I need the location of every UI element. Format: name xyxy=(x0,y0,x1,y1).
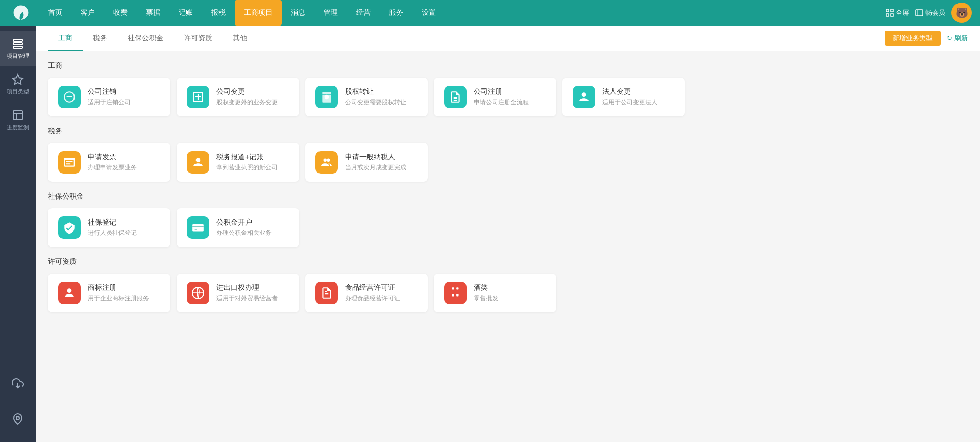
sidebar-item-location[interactable] xyxy=(0,401,36,437)
app-logo xyxy=(8,0,34,26)
card-company-register[interactable]: 公司注册 申请公司注册全流程 xyxy=(434,78,556,116)
svg-rect-4 xyxy=(916,10,923,16)
svg-rect-1 xyxy=(891,9,893,12)
card-icon-company-cancel xyxy=(58,86,81,108)
section-title-shebao: 社保公积金 xyxy=(48,192,968,201)
card-icon-food-license xyxy=(315,282,338,304)
sidebar-item-project-management[interactable]: 项目管理 xyxy=(0,31,36,66)
card-icon-company-register xyxy=(444,86,467,108)
svg-rect-18 xyxy=(192,224,204,231)
svg-rect-2 xyxy=(886,14,889,16)
card-legal-person-change[interactable]: 法人变更 适用于公司变更法人 xyxy=(562,78,685,116)
nav-item-消息[interactable]: 消息 xyxy=(282,0,314,26)
card-text-tax-report: 税务报道+记账 拿到营业执照的新公司 xyxy=(216,153,278,172)
card-import-export[interactable]: 进出口权办理 适用于对外贸易经营者 xyxy=(177,274,299,312)
nav-item-首页[interactable]: 首页 xyxy=(39,0,71,26)
cards-grid-gongshang: 公司注销 适用于注销公司 公司变更 股权变更外的业务变更 xyxy=(48,78,968,116)
tabs-bar: 工商 税务 社保公积金 许可资质 其他 新增业务类型 ↻ 刷新 xyxy=(36,26,980,51)
sidebar-item-progress-monitor[interactable]: 进度监测 xyxy=(0,102,36,138)
main-layout: 项目管理 项目类型 进度监测 工商 税务 xyxy=(0,26,980,442)
card-text-company-cancel: 公司注销 适用于注销公司 xyxy=(88,87,131,107)
nav-item-经营[interactable]: 经营 xyxy=(347,0,380,26)
nav-item-工商项目[interactable]: 工商项目 xyxy=(235,0,282,26)
card-text-company-change: 公司变更 股权变更外的业务变更 xyxy=(216,87,278,107)
nav-item-票据[interactable]: 票据 xyxy=(137,0,169,26)
svg-marker-9 xyxy=(13,75,23,84)
new-type-button[interactable]: 新增业务类型 xyxy=(885,31,941,46)
card-invoice-apply[interactable]: 申请发票 办理申请发票业务 xyxy=(48,143,170,182)
card-company-cancel[interactable]: 公司注销 适用于注销公司 xyxy=(48,78,170,116)
card-provident-fund[interactable]: 公积金开户 办理公积金相关业务 xyxy=(177,208,299,247)
card-icon-trademark xyxy=(58,282,81,304)
card-trademark[interactable]: 商标注册 用于企业商标注册服务 xyxy=(48,274,170,312)
tab-other[interactable]: 其他 xyxy=(223,26,257,51)
section-title-gongshang: 工商 xyxy=(48,61,968,70)
nav-item-服务[interactable]: 服务 xyxy=(380,0,412,26)
tab-xuke[interactable]: 许可资质 xyxy=(174,26,223,51)
card-alcohol[interactable]: 酒类 零售批发 xyxy=(434,274,556,312)
svg-rect-0 xyxy=(886,9,889,12)
card-tax-report[interactable]: 税务报道+记账 拿到营业执照的新公司 xyxy=(177,143,299,182)
sidebar-bottom xyxy=(0,365,36,442)
card-text-general-taxpayer: 申请一般纳税人 当月或次月成变更完成 xyxy=(345,153,406,172)
scroll-content[interactable]: 工商 公司注销 适用于注销公司 公司变更 xyxy=(36,51,980,442)
card-company-change[interactable]: 公司变更 股权变更外的业务变更 xyxy=(177,78,299,116)
nav-item-记账[interactable]: 记账 xyxy=(169,0,202,26)
svg-point-21 xyxy=(67,288,72,293)
nav-item-管理[interactable]: 管理 xyxy=(314,0,347,26)
card-text-provident-fund: 公积金开户 办理公积金相关业务 xyxy=(216,218,272,237)
refresh-icon: ↻ xyxy=(947,34,952,42)
svg-rect-6 xyxy=(13,39,22,41)
sidebar: 项目管理 项目类型 进度监测 xyxy=(0,26,36,442)
nav-item-设置[interactable]: 设置 xyxy=(412,0,445,26)
top-navigation: 首页客户收费票据记账报税工商项目消息管理经营服务设置 全屏 畅会员 🐻 xyxy=(0,0,980,26)
card-icon-invoice-apply xyxy=(58,151,81,174)
svg-point-16 xyxy=(324,158,327,162)
svg-rect-10 xyxy=(13,111,22,120)
card-text-invoice-apply: 申请发票 办理申请发票业务 xyxy=(88,153,137,172)
refresh-button[interactable]: ↻ 刷新 xyxy=(947,34,968,43)
card-text-legal-person-change: 法人变更 适用于公司变更法人 xyxy=(602,87,657,107)
card-text-import-export: 进出口权办理 适用于对外贸易经营者 xyxy=(216,283,278,303)
nav-menu: 首页客户收费票据记账报税工商项目消息管理经营服务设置 xyxy=(39,0,886,26)
svg-point-15 xyxy=(196,158,201,162)
card-general-taxpayer[interactable]: 申请一般纳税人 当月或次月成变更完成 xyxy=(305,143,428,182)
card-text-trademark: 商标注册 用于企业商标注册服务 xyxy=(88,283,149,303)
svg-rect-23 xyxy=(452,287,454,289)
svg-rect-8 xyxy=(13,46,22,48)
cards-grid-xuke: 商标注册 用于企业商标注册服务 进出口权办理 适用于对外贸易经营者 xyxy=(48,274,968,312)
card-icon-alcohol xyxy=(444,282,467,304)
card-icon-legal-person-change xyxy=(573,86,595,108)
svg-rect-7 xyxy=(13,43,22,45)
section-title-shuiwu: 税务 xyxy=(48,127,968,136)
card-food-license[interactable]: 食品经营许可证 办理食品经营许可证 xyxy=(305,274,428,312)
fullscreen-button[interactable]: 全屏 xyxy=(886,8,909,17)
card-icon-import-export xyxy=(187,282,209,304)
card-equity-transfer[interactable]: 股权转让 公司变更需要股权转让 xyxy=(305,78,428,116)
sidebar-item-project-type[interactable]: 项目类型 xyxy=(0,66,36,102)
card-text-alcohol: 酒类 零售批发 xyxy=(474,283,498,303)
cards-grid-shuiwu: 申请发票 办理申请发票业务 税务报道+记账 拿到营业执照的新公司 xyxy=(48,143,968,182)
mascot-avatar: 🐻 xyxy=(951,3,972,23)
tab-shebao[interactable]: 社保公积金 xyxy=(117,26,174,51)
tab-shuiwu[interactable]: 税务 xyxy=(83,26,117,51)
card-icon-general-taxpayer xyxy=(315,151,338,174)
svg-rect-20 xyxy=(195,229,197,230)
card-social-insurance[interactable]: 社保登记 进行人员社保登记 xyxy=(48,208,170,247)
nav-item-报税[interactable]: 报税 xyxy=(202,0,235,26)
tab-gongshang[interactable]: 工商 xyxy=(48,26,83,51)
svg-point-17 xyxy=(327,158,330,162)
card-text-social-insurance: 社保登记 进行人员社保登记 xyxy=(88,218,137,237)
nav-item-客户[interactable]: 客户 xyxy=(71,0,104,26)
svg-rect-3 xyxy=(891,14,893,16)
section-title-xuke: 许可资质 xyxy=(48,257,968,266)
svg-rect-24 xyxy=(456,287,458,289)
card-icon-company-change xyxy=(187,86,209,108)
card-icon-provident-fund xyxy=(187,216,209,239)
member-button[interactable]: 畅会员 xyxy=(915,8,945,17)
nav-item-收费[interactable]: 收费 xyxy=(104,0,137,26)
card-text-equity-transfer: 股权转让 公司变更需要股权转让 xyxy=(345,87,406,107)
sidebar-item-download[interactable] xyxy=(0,365,36,401)
cards-grid-shebao: 社保登记 进行人员社保登记 公积金开户 办理公积金相关业务 xyxy=(48,208,968,247)
card-icon-social-insurance xyxy=(58,216,81,239)
